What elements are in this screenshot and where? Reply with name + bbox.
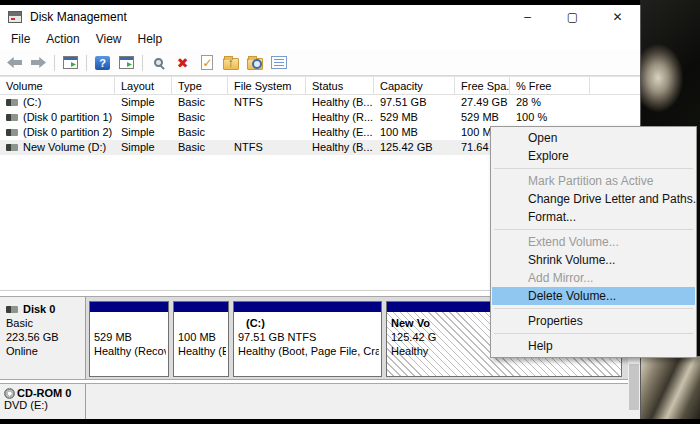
disk0-status: Online — [6, 344, 85, 358]
maximize-button[interactable]: ▢ — [550, 5, 595, 28]
cell-freespace: 27.49 GB — [455, 95, 510, 110]
cell-layout: Simple — [115, 95, 172, 110]
cell-filesystem — [228, 110, 306, 125]
table-row[interactable]: (Disk 0 partition 1) Simple Basic Health… — [0, 110, 640, 125]
context-menu: Open Explore Mark Partition as Active Ch… — [490, 126, 697, 358]
cell-status: Healthy (B... — [306, 140, 374, 155]
cell-capacity: 529 MB — [374, 110, 455, 125]
partition-size: 100 MB — [178, 330, 226, 344]
volume-icon — [6, 99, 18, 106]
menu-item-open[interactable]: Open — [492, 129, 695, 147]
cell-type: Basic — [172, 110, 228, 125]
scrollbar-thumb[interactable] — [629, 364, 639, 410]
menu-action[interactable]: Action — [38, 29, 87, 49]
volume-icon — [6, 129, 18, 136]
column-header-layout[interactable]: Layout — [115, 77, 172, 95]
cell-capacity: 100 MB — [374, 125, 455, 140]
menu-item-help[interactable]: Help — [492, 337, 695, 355]
toolbar-separator — [142, 55, 143, 71]
menu-item-properties[interactable]: Properties — [492, 312, 695, 330]
cell-layout: Simple — [115, 140, 172, 155]
bottom-edge — [0, 419, 700, 424]
disk-management-icon — [8, 11, 22, 23]
menu-item-shrink-volume[interactable]: Shrink Volume... — [492, 251, 695, 269]
cell-pctfree: 28 % — [510, 95, 590, 110]
cell-type: Basic — [172, 125, 228, 140]
titlebar: Disk Management – ▢ ✕ — [0, 5, 640, 28]
cell-status: Healthy (E... — [306, 125, 374, 140]
partition-color-band — [234, 302, 381, 312]
cell-filesystem — [228, 125, 306, 140]
menu-item-add-mirror: Add Mirror... — [492, 269, 695, 287]
menu-separator — [494, 308, 693, 309]
column-header-capacity[interactable]: Capacity — [374, 77, 455, 95]
rescan-disks-icon[interactable] — [150, 55, 167, 71]
column-header-volume[interactable]: Volume — [0, 77, 115, 95]
cell-capacity: 97.51 GB — [374, 95, 455, 110]
properties-panel-icon[interactable] — [270, 55, 287, 71]
forward-icon[interactable] — [30, 55, 47, 71]
volume-icon — [6, 144, 18, 151]
partition-label: (C:) — [238, 316, 379, 330]
menu-item-explore[interactable]: Explore — [492, 147, 695, 165]
column-header-filesystem[interactable]: File System — [228, 77, 306, 95]
disk0-size: 223.56 GB — [6, 330, 85, 344]
column-header-pctfree[interactable]: % Free — [510, 77, 590, 95]
menu-separator — [494, 168, 693, 169]
partition-c[interactable]: (C:) 97.51 GB NTFS Healthy (Boot, Page F… — [233, 301, 382, 377]
delete-icon[interactable]: ✖ — [174, 55, 191, 71]
cell-capacity: 125.42 GB — [374, 140, 455, 155]
cdrom-row: CD-ROM 0 DVD (E:) — [0, 383, 628, 419]
partition-efi[interactable]: 100 MB Healthy (EFI S — [173, 301, 229, 377]
menu-file[interactable]: File — [3, 29, 38, 49]
menu-separator — [494, 229, 693, 230]
cell-pctfree: 100 % — [510, 110, 590, 125]
back-icon[interactable] — [6, 55, 23, 71]
minimize-button[interactable]: – — [505, 5, 550, 28]
menu-item-format[interactable]: Format... — [492, 208, 695, 226]
cdrom-panel[interactable]: CD-ROM 0 DVD (E:) — [0, 384, 86, 419]
cdrom-name: CD-ROM 0 — [17, 387, 71, 399]
partition-color-band — [174, 302, 228, 312]
close-button[interactable]: ✕ — [595, 5, 640, 28]
explore-folder-icon[interactable] — [246, 55, 263, 71]
partition-recovery[interactable]: 529 MB Healthy (Recovery — [89, 301, 169, 377]
column-header-freespace[interactable]: Free Spa... — [455, 77, 510, 95]
cell-volume: (Disk 0 partition 2) — [23, 126, 112, 138]
cell-type: Basic — [172, 140, 228, 155]
window-title: Disk Management — [30, 10, 127, 24]
column-header-status[interactable]: Status — [306, 77, 374, 95]
table-row[interactable]: (C:) Simple Basic NTFS Healthy (B... 97.… — [0, 95, 640, 110]
menu-separator — [494, 333, 693, 334]
disk-icon — [6, 306, 18, 313]
disk0-panel[interactable]: Disk 0 Basic 223.56 GB Online — [0, 297, 86, 379]
menu-help[interactable]: Help — [130, 29, 171, 49]
mark-check-icon[interactable] — [198, 55, 215, 71]
wallpaper-bottom — [640, 356, 700, 419]
cell-volume: New Volume (D:) — [23, 141, 106, 153]
partition-status: Healthy (Boot, Page File, Crash Dump — [238, 344, 379, 358]
menu-item-delete-volume[interactable]: Delete Volume... — [492, 287, 695, 305]
cell-status: Healthy (B... — [306, 95, 374, 110]
toolbar-separator — [86, 55, 87, 71]
volume-icon — [6, 114, 18, 121]
action-pane-icon[interactable] — [118, 55, 135, 71]
cell-volume: (C:) — [23, 96, 41, 108]
menu-item-change-drive-letter[interactable]: Change Drive Letter and Paths... — [492, 190, 695, 208]
volume-list-header: Volume Layout Type File System Status Ca… — [0, 77, 640, 95]
open-folder-icon[interactable] — [222, 55, 239, 71]
menu-view[interactable]: View — [88, 29, 130, 49]
cell-filesystem: NTFS — [228, 140, 306, 155]
help-icon[interactable]: ? — [94, 55, 111, 71]
column-header-type[interactable]: Type — [172, 77, 228, 95]
console-tree-icon[interactable] — [62, 55, 79, 71]
partition-size: 97.51 GB NTFS — [238, 330, 379, 344]
cell-volume: (Disk 0 partition 1) — [23, 111, 112, 123]
partition-size: 529 MB — [94, 330, 166, 344]
column-header-filler — [590, 77, 640, 95]
toolbar-separator — [54, 55, 55, 71]
toolbar: ? ✖ — [0, 50, 640, 76]
menu-item-extend-volume: Extend Volume... — [492, 233, 695, 251]
disk0-kind: Basic — [6, 316, 85, 330]
partition-color-band — [90, 302, 168, 312]
